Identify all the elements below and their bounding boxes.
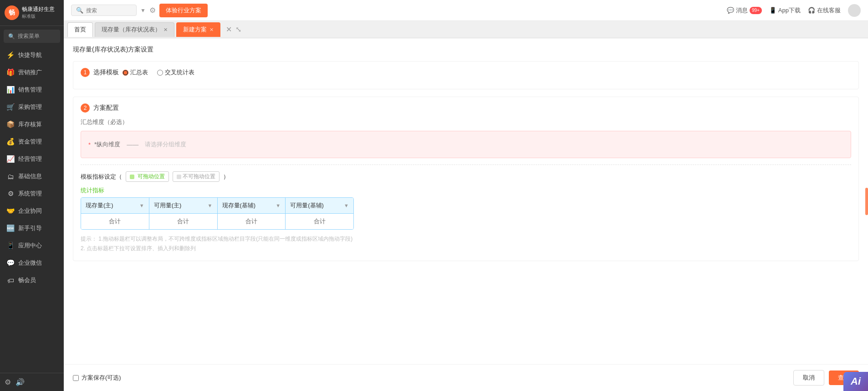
stats-col-1: 可用量(主) ▼ [149, 198, 218, 213]
page-title: 现存量(库存状况表)方案设置 [73, 46, 859, 54]
sidebar-item-finance[interactable]: 💰 资金管理 [0, 133, 64, 150]
sidebar-item-wechat[interactable]: 💬 企业微信 [0, 254, 64, 272]
newbie-icon: 🆕 [6, 224, 15, 232]
online-service-label: 在线客服 [817, 6, 841, 15]
stats-table-row: 合计 合计 合计 合计 [81, 213, 353, 229]
sidebar-item-business[interactable]: 📈 经营管理 [0, 150, 64, 168]
tip-line-1: 2. 点击标题栏下拉可设置排序、插入列和删除列 [81, 245, 851, 252]
sidebar-search-label: 搜索菜单 [18, 32, 40, 40]
template-radio-group: 汇总表 交叉统计表 [123, 68, 194, 77]
sidebar-item-label: 基础信息 [18, 172, 42, 180]
dimension-placeholder[interactable]: 请选择分组维度 [145, 140, 186, 149]
cell-1: 合计 [149, 214, 218, 229]
message-badge: 99+ [750, 7, 762, 14]
indicator-settings: 模板指标设定（ 可拖动位置 不可拖动位置 ） [81, 171, 851, 182]
sidebar-item-label: 库存核算 [18, 120, 42, 129]
sidebar-item-label: 企业协同 [18, 207, 42, 215]
sidebar-item-quick-nav[interactable]: ⚡ 快捷导航 [0, 46, 64, 64]
topbar-search-input[interactable] [86, 7, 132, 14]
col0-dropdown[interactable]: ▼ [139, 203, 144, 208]
step2-badge: 2 [81, 103, 90, 113]
bottom-bar: 方案保存(可选) 取消 查询 [64, 364, 868, 391]
topbar-search-bar[interactable]: 🔍 [71, 5, 137, 16]
col1-name: 可用量(主) [154, 201, 182, 210]
tab-home[interactable]: 首页 [67, 22, 93, 37]
col3-dropdown[interactable]: ▼ [344, 203, 349, 208]
app-download-group[interactable]: 📱 App下载 [769, 6, 801, 15]
col1-dropdown[interactable]: ▼ [208, 203, 213, 208]
sidebar-item-label: 快捷导航 [18, 51, 42, 59]
section1-title: 选择模板 [93, 68, 119, 77]
app-logo-icon: 畅 [5, 5, 19, 20]
tab-inventory-close[interactable]: ✕ [163, 27, 168, 33]
app-download-label: App下载 [778, 6, 801, 15]
section1-header: 1 选择模板 汇总表 交叉统计表 [81, 68, 851, 77]
stats-col-0: 现存量(主) ▼ [81, 198, 149, 213]
user-avatar[interactable] [848, 4, 861, 17]
cancel-button[interactable]: 取消 [793, 370, 824, 386]
radio-summary-input[interactable] [123, 70, 128, 76]
trial-button[interactable]: 体验行业方案 [159, 4, 208, 17]
sidebar-item-label: 系统管理 [18, 190, 42, 198]
radio-summary-label: 汇总表 [130, 68, 148, 77]
indicator-label-text: 模板指标设定（ [81, 173, 122, 181]
col2-dropdown[interactable]: ▼ [276, 203, 281, 208]
marketing-icon: 🎁 [6, 68, 15, 77]
online-service-group[interactable]: 🎧 在线客服 [808, 6, 841, 15]
window-close-icon[interactable]: ✕ [226, 25, 232, 34]
sidebar-item-basic-info[interactable]: 🗂 基础信息 [0, 168, 64, 185]
save-checkbox-input[interactable] [73, 375, 79, 381]
sidebar-item-system[interactable]: ⚙ 系统管理 [0, 185, 64, 202]
sidebar-item-cooperation[interactable]: 🤝 企业协同 [0, 202, 64, 220]
indicator-suffix: ） [223, 173, 229, 181]
sidebar-item-label: 营销推广 [18, 68, 42, 77]
tips-box: 提示： 1.拖动标题栏可以调整布局，不可跨维度或指标区域拖动栏目字段(只能在同一… [81, 235, 851, 252]
topbar: 🔍 ▼ ⚙ 体验行业方案 💬 消息 99+ 📱 App下载 🎧 在线客服 [64, 0, 868, 21]
save-checkbox-label[interactable]: 方案保存(可选) [73, 374, 121, 382]
draggable-badge: 可拖动位置 [126, 171, 169, 182]
save-checkbox-text: 方案保存(可选) [82, 374, 121, 382]
tab-inventory-status[interactable]: 现存量（库存状况表） ✕ [95, 22, 174, 37]
sidebar-search-item[interactable]: 🔍 搜索菜单 [4, 30, 60, 43]
topbar-gear-icon[interactable]: ⚙ [149, 6, 156, 15]
topbar-left: 🔍 ▼ ⚙ 体验行业方案 [71, 4, 721, 17]
sidebar-item-app-center[interactable]: 📱 应用中心 [0, 237, 64, 254]
radio-cross-label: 交叉统计表 [165, 68, 194, 77]
message-label: 消息 [736, 6, 748, 15]
sidebar-item-marketing[interactable]: 🎁 营销推广 [0, 64, 64, 81]
system-icon: ⚙ [6, 190, 15, 198]
dimension-alert-box: * *纵向维度 —— 请选择分组维度 [81, 131, 851, 158]
inventory-icon: 📦 [6, 120, 15, 129]
required-star: * [88, 141, 91, 148]
window-expand-icon[interactable]: ⤡ [235, 25, 241, 34]
quick-nav-icon: ⚡ [6, 51, 15, 59]
tab-new-plan[interactable]: 新建方案 ✕ [176, 22, 220, 37]
sidebar-item-inventory[interactable]: 📦 库存核算 [0, 116, 64, 133]
member-icon: 🏷 [6, 276, 15, 284]
tip-line-0: 提示： 1.拖动标题栏可以调整布局，不可跨维度或指标区域拖动栏目字段(只能在同一… [81, 235, 851, 243]
message-group[interactable]: 💬 消息 99+ [727, 6, 762, 15]
ai-badge[interactable]: Ai [843, 372, 868, 391]
sidebar-item-purchase[interactable]: 🛒 采购管理 [0, 98, 64, 116]
step1-badge: 1 [81, 68, 90, 77]
cell-3: 合计 [286, 214, 353, 229]
col0-name: 现存量(主) [86, 201, 113, 210]
radio-summary[interactable]: 汇总表 [123, 68, 148, 77]
sidebar-item-newbie[interactable]: 🆕 新手引导 [0, 220, 64, 237]
finance-icon: 💰 [6, 138, 15, 146]
topbar-dropdown-icon[interactable]: ▼ [140, 7, 146, 14]
stats-title: 统计指标 [81, 186, 851, 195]
sidebar-item-label: 企业微信 [18, 259, 42, 267]
basic-info-icon: 🗂 [6, 172, 15, 180]
settings-footer-icon[interactable]: ⚙ [5, 378, 11, 386]
sidebar-logo: 畅 畅康通好生意 标准版 [0, 0, 64, 26]
tab-new-plan-close[interactable]: ✕ [209, 27, 214, 33]
sales-icon: 📊 [6, 86, 15, 94]
radio-cross[interactable]: 交叉统计表 [157, 68, 194, 77]
tab-new-plan-label: 新建方案 [183, 26, 207, 34]
radio-cross-input[interactable] [157, 70, 163, 76]
app-center-icon: 📱 [6, 242, 15, 250]
sidebar-item-sales[interactable]: 📊 销售管理 [0, 81, 64, 98]
speaker-footer-icon[interactable]: 🔊 [15, 378, 25, 386]
sidebar-item-member[interactable]: 🏷 畅会员 [0, 272, 64, 289]
